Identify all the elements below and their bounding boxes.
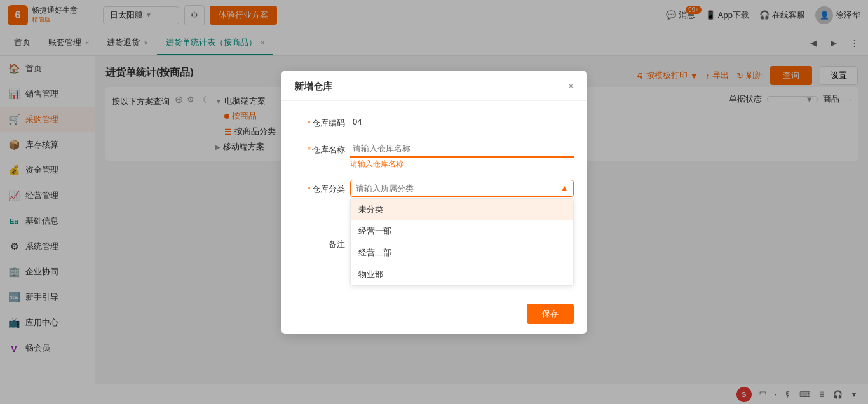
dialog-footer: 保存	[281, 296, 587, 334]
dialog-body: *仓库编码 *仓库名称 请输入仓库名称 *仓库分类	[281, 101, 587, 296]
new-warehouse-dialog: 新增仓库 × *仓库编码 *仓库名称 请输入仓库名称	[281, 71, 587, 334]
dropdown-item-unclassified[interactable]: 未分类	[351, 199, 573, 220]
name-error-message: 请输入仓库名称	[350, 159, 574, 170]
remark-label: 备注	[294, 235, 345, 250]
category-row: *仓库分类 ▲ 未分类 经营一部 经营二部 物业部	[294, 180, 574, 197]
required-icon: *	[308, 118, 311, 128]
dropdown-item-dept2[interactable]: 经营二部	[351, 242, 573, 264]
category-dropdown: 未分类 经营一部 经营二部 物业部	[350, 198, 574, 286]
name-field-wrap: 请输入仓库名称	[350, 140, 574, 170]
dialog-close-button[interactable]: ×	[568, 81, 574, 92]
code-input[interactable]	[350, 114, 574, 130]
code-label: *仓库编码	[294, 114, 345, 129]
save-button[interactable]: 保存	[527, 304, 574, 324]
category-input-wrap: ▲ 未分类 经营一部 经营二部 物业部	[350, 180, 574, 197]
required-name-icon: *	[308, 145, 311, 154]
category-arrow-icon[interactable]: ▲	[560, 183, 569, 193]
required-cat-icon: *	[308, 184, 311, 194]
name-label: *仓库名称	[294, 140, 345, 156]
category-label: *仓库分类	[294, 180, 345, 195]
dropdown-item-dept1[interactable]: 经营一部	[351, 220, 573, 242]
dialog-overlay: 新增仓库 × *仓库编码 *仓库名称 请输入仓库名称	[0, 0, 868, 404]
category-input[interactable]	[350, 180, 574, 197]
name-row: *仓库名称 请输入仓库名称	[294, 140, 574, 170]
dropdown-item-dept3[interactable]: 物业部	[351, 264, 573, 285]
dialog-title: 新增仓库	[294, 81, 332, 93]
dialog-header: 新增仓库 ×	[281, 71, 587, 101]
name-input[interactable]	[350, 140, 574, 158]
code-row: *仓库编码	[294, 114, 574, 130]
